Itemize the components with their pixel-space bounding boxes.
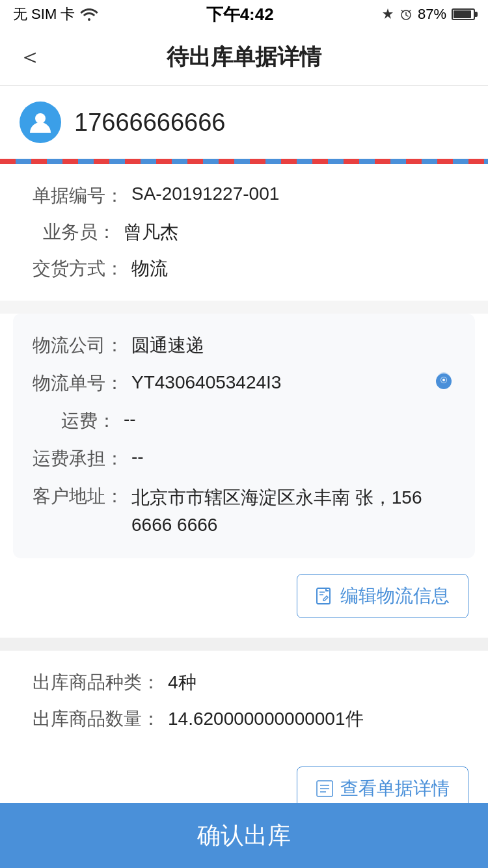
view-detail-label: 查看单据详情 bbox=[340, 776, 450, 801]
logistics-tracking-number: YT43064053424I3 bbox=[131, 372, 422, 393]
carrier-text: 无 SIM 卡 bbox=[13, 5, 75, 24]
battery-icon bbox=[452, 8, 475, 20]
delivery-method-row: 交货方式： 物流 bbox=[33, 256, 455, 281]
product-quantity-row: 出库商品数量： 14.620000000000001件 bbox=[33, 707, 455, 731]
order-info-section: 单据编号： SA-20191227-001 业务员： 曾凡杰 交货方式： 物流 bbox=[0, 164, 488, 301]
logistics-tracking-value-container: YT43064053424I3 bbox=[131, 371, 455, 394]
person-icon bbox=[27, 109, 53, 135]
back-button[interactable]: ＜ bbox=[18, 41, 42, 73]
logistics-freight-bear-label: 运费承担： bbox=[33, 446, 131, 471]
confirm-bar[interactable]: 确认出库 bbox=[0, 803, 488, 868]
edit-button-row: 编辑物流信息 bbox=[0, 558, 488, 625]
logistics-tracking-row: 物流单号： YT43064053424I3 bbox=[33, 371, 455, 396]
product-types-row: 出库商品种类： 4种 bbox=[33, 670, 455, 695]
edit-logistics-button[interactable]: 编辑物流信息 bbox=[297, 574, 468, 618]
logistics-company-row: 物流公司： 圆通速递 bbox=[33, 333, 455, 358]
map-location-icon[interactable] bbox=[432, 371, 455, 394]
logistics-freight-value: -- bbox=[124, 409, 455, 429]
products-section: 出库商品种类： 4种 出库商品数量： 14.620000000000001件 bbox=[0, 651, 488, 751]
status-bar: 无 SIM 卡 下午4:42 87% bbox=[0, 0, 488, 29]
product-quantity-label: 出库商品数量： bbox=[33, 707, 168, 731]
alarm-icon bbox=[400, 8, 413, 21]
product-types-value: 4种 bbox=[168, 670, 197, 695]
section-separator-1 bbox=[0, 638, 488, 651]
avatar bbox=[20, 102, 61, 143]
delivery-method-value: 物流 bbox=[131, 256, 455, 281]
edit-icon bbox=[316, 587, 334, 605]
salesman-row: 业务员： 曾凡杰 bbox=[33, 220, 455, 245]
product-quantity-value: 14.620000000000001件 bbox=[168, 707, 364, 731]
page-title: 待出库单据详情 bbox=[167, 42, 321, 72]
logistics-freight-bear-value: -- bbox=[131, 446, 455, 467]
salesman-value: 曾凡杰 bbox=[124, 220, 455, 245]
customer-phone: 17666666666 bbox=[74, 109, 225, 137]
order-number-label: 单据编号： bbox=[33, 183, 131, 208]
product-types-label: 出库商品种类： bbox=[33, 670, 168, 695]
delivery-method-label: 交货方式： bbox=[33, 256, 131, 281]
wifi-icon bbox=[80, 8, 98, 21]
logistics-company-label: 物流公司： bbox=[33, 333, 131, 358]
logistics-freight-row: 运费： -- bbox=[33, 409, 455, 433]
logistics-address-value: 北京市市辖区海淀区永丰南 张，156 6666 6666 bbox=[131, 484, 455, 539]
svg-point-5 bbox=[442, 379, 445, 381]
list-icon bbox=[316, 780, 334, 798]
salesman-label: 业务员： bbox=[33, 220, 124, 245]
nav-bar: ＜ 待出库单据详情 bbox=[0, 29, 488, 86]
logistics-freight-label: 运费： bbox=[33, 409, 124, 433]
status-time: 下午4:42 bbox=[206, 3, 274, 26]
logistics-address-label: 客户地址： bbox=[33, 484, 131, 509]
battery-percent: 87% bbox=[418, 6, 446, 23]
status-left: 无 SIM 卡 bbox=[13, 5, 98, 24]
location-service-icon bbox=[381, 8, 394, 21]
logistics-tracking-label: 物流单号： bbox=[33, 371, 131, 396]
svg-point-1 bbox=[35, 113, 46, 124]
logistics-card: 物流公司： 圆通速递 物流单号： YT43064053424I3 运费： -- … bbox=[13, 314, 475, 558]
logistics-freight-bear-row: 运费承担： -- bbox=[33, 446, 455, 471]
status-right: 87% bbox=[381, 6, 475, 23]
logistics-company-value: 圆通速递 bbox=[131, 333, 455, 358]
dashed-divider bbox=[0, 159, 488, 164]
order-number-row: 单据编号： SA-20191227-001 bbox=[33, 183, 455, 208]
confirm-button-label: 确认出库 bbox=[197, 820, 291, 852]
edit-logistics-label: 编辑物流信息 bbox=[340, 584, 450, 608]
logistics-address-row: 客户地址： 北京市市辖区海淀区永丰南 张，156 6666 6666 bbox=[33, 484, 455, 539]
order-number-value: SA-20191227-001 bbox=[131, 183, 455, 204]
customer-section: 17666666666 bbox=[0, 86, 488, 159]
